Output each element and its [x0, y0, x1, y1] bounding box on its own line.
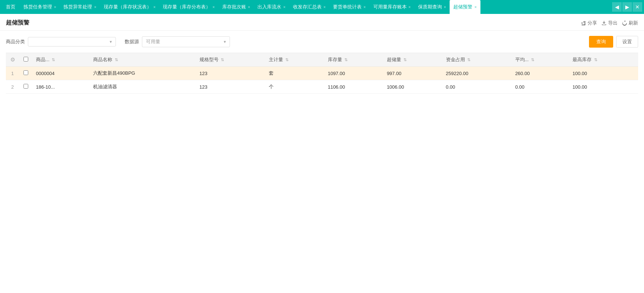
nav-tab-close-4[interactable]: × — [248, 5, 250, 9]
row-1-maxstock: 100.00 — [569, 67, 638, 80]
row-1-checkbox[interactable] — [23, 70, 28, 75]
nav-tab-label-8: 可用量库存账本 — [373, 4, 407, 10]
nav-tab-label-6: 收发存汇总表 — [293, 4, 322, 10]
nav-tab-2[interactable]: 现存量（库存状况表） × — [100, 0, 159, 14]
refresh-button[interactable]: 刷新 — [622, 20, 638, 26]
nav-tab-close-1[interactable]: × — [94, 5, 96, 9]
top-navigation: 首页 拣货任务管理 × 拣货异常处理 × 现存量（库存状况表） × 现存量（库存… — [0, 0, 644, 14]
nav-tab-0[interactable]: 拣货任务管理 × — [20, 0, 60, 14]
col-name-label: 商品名称 — [93, 57, 112, 62]
nav-tab-close-2[interactable]: × — [153, 5, 155, 9]
col-avg-label: 平均... — [515, 57, 529, 62]
nav-tab-close-9[interactable]: × — [444, 5, 446, 9]
col-spec-sort-icon[interactable]: ⇅ — [221, 58, 224, 62]
nav-tab-label-10: 超储预警 — [453, 4, 472, 10]
row-1-index: 1 — [6, 67, 19, 80]
settings-button[interactable]: 设置 — [616, 36, 638, 48]
page-title: 超储预警 — [6, 19, 29, 27]
table-header: ⚙ 商品... ⇅ 商品名称 ⇅ 规格型号 ⇅ — [6, 53, 638, 67]
nav-tab-label-9: 保质期查询 — [418, 4, 442, 10]
nav-tab-label-1: 拣货异常处理 — [63, 4, 92, 10]
nav-tab-close-7[interactable]: × — [363, 5, 366, 9]
row-2-stock: 1106.00 — [324, 80, 383, 94]
row-2-maxstock: 100.00 — [569, 80, 638, 94]
export-icon — [601, 21, 607, 26]
col-gear: ⚙ — [6, 53, 19, 67]
datasource-dropdown-icon: ▾ — [224, 39, 226, 44]
header-actions: 分享 导出 刷新 — [581, 20, 638, 26]
col-header-capital: 资金占用 ⇅ — [442, 53, 512, 67]
filter-group-datasource: 数据源 可用量 ▾ — [125, 36, 230, 47]
query-button[interactable]: 查询 — [589, 36, 613, 48]
col-spec-label: 规格型号 — [200, 57, 219, 62]
datasource-select[interactable]: 可用量 ▾ — [142, 36, 230, 47]
nav-tab-label-7: 要货单统计表 — [333, 4, 362, 10]
row-2-checkbox[interactable] — [23, 84, 28, 89]
col-maxstock-label: 最高库存 — [572, 57, 592, 62]
page-header: 超储预警 分享 导出 刷新 — [0, 14, 644, 31]
filter-right: 查询 设置 — [589, 36, 638, 48]
nav-tab-close-5[interactable]: × — [283, 5, 285, 9]
nav-prev-button[interactable]: ◀ — [612, 2, 622, 12]
row-1-unit: 套 — [265, 67, 324, 80]
nav-tab-10[interactable]: 超储预警 × — [450, 0, 480, 14]
nav-home[interactable]: 首页 — [1, 4, 20, 10]
col-overstock-sort-icon[interactable]: ⇅ — [403, 58, 407, 62]
nav-tab-close-0[interactable]: × — [54, 5, 56, 9]
table-body: 1 0000004 六配套新昌490BPG 123 套 1097.00 997.… — [6, 67, 638, 94]
gear-icon[interactable]: ⚙ — [10, 56, 15, 63]
col-maxstock-sort-icon[interactable]: ⇅ — [594, 58, 597, 62]
row-1-stock: 1097.00 — [324, 67, 383, 80]
col-capital-sort-icon[interactable]: ⇅ — [467, 58, 471, 62]
nav-tab-label-4: 库存批次账 — [222, 4, 246, 10]
nav-tab-7[interactable]: 要货单统计表 × — [329, 0, 369, 14]
col-header-stock: 库存量 ⇅ — [324, 53, 383, 67]
row-2-code: 186-10... — [32, 80, 89, 94]
col-unit-label: 主计量 — [269, 57, 283, 62]
nav-tab-label-5: 出入库流水 — [257, 4, 281, 10]
nav-tab-8[interactable]: 可用量库存账本 × — [370, 0, 414, 14]
row-2-overstock: 1006.00 — [383, 80, 442, 94]
nav-arrows: ◀ ▶ ✕ — [612, 2, 643, 12]
category-select[interactable]: ▾ — [28, 37, 116, 47]
row-1-capital: 259220.00 — [442, 67, 512, 80]
nav-tab-1[interactable]: 拣货异常处理 × — [60, 0, 100, 14]
nav-tab-close-3[interactable]: × — [212, 5, 215, 9]
row-1-spec: 123 — [196, 67, 265, 80]
row-1-code: 0000004 — [32, 67, 89, 80]
select-all-checkbox[interactable] — [23, 57, 28, 62]
datasource-value: 可用量 — [146, 38, 160, 45]
nav-tab-5[interactable]: 出入库流水 × — [254, 0, 289, 14]
filter-group-category: 商品分类 ▾ — [6, 37, 116, 47]
row-2-avg: 0.00 — [512, 80, 569, 94]
data-table-wrap: ⚙ 商品... ⇅ 商品名称 ⇅ 规格型号 ⇅ — [0, 53, 644, 94]
col-unit-sort-icon[interactable]: ⇅ — [285, 58, 289, 62]
nav-tab-3[interactable]: 现存量（库存分布表） × — [159, 0, 218, 14]
nav-tab-close-8[interactable]: × — [409, 5, 411, 9]
row-1-name: 六配套新昌490BPG — [89, 67, 195, 80]
col-stock-sort-icon[interactable]: ⇅ — [344, 58, 348, 62]
nav-tab-label-2: 现存量（库存状况表） — [104, 4, 151, 10]
data-table: ⚙ 商品... ⇅ 商品名称 ⇅ 规格型号 ⇅ — [6, 53, 638, 94]
export-button[interactable]: 导出 — [601, 20, 618, 26]
table-row: 1 0000004 六配套新昌490BPG 123 套 1097.00 997.… — [6, 67, 638, 80]
col-code-label: 商品... — [36, 57, 50, 62]
share-button[interactable]: 分享 — [581, 20, 597, 26]
nav-tab-label-0: 拣货任务管理 — [23, 4, 52, 10]
datasource-label: 数据源 — [125, 38, 139, 45]
table-row: 2 186-10... 机油滤清器 123 个 1106.00 1006.00 … — [6, 80, 638, 94]
col-header-code: 商品... ⇅ — [32, 53, 89, 67]
nav-next-button[interactable]: ▶ — [622, 2, 632, 12]
nav-tab-close-10[interactable]: × — [474, 5, 476, 9]
nav-tab-close-6[interactable]: × — [323, 5, 326, 9]
row-2-capital: 0.00 — [442, 80, 512, 94]
row-1-overstock: 997.00 — [383, 67, 442, 80]
col-name-sort-icon[interactable]: ⇅ — [115, 58, 118, 62]
nav-tab-6[interactable]: 收发存汇总表 × — [289, 0, 329, 14]
col-avg-sort-icon[interactable]: ⇅ — [531, 58, 534, 62]
col-code-sort-icon[interactable]: ⇅ — [52, 58, 55, 62]
nav-tab-4[interactable]: 库存批次账 × — [219, 0, 254, 14]
nav-tab-9[interactable]: 保质期查询 × — [414, 0, 450, 14]
nav-close-button[interactable]: ✕ — [633, 2, 642, 12]
share-label: 分享 — [588, 20, 597, 26]
